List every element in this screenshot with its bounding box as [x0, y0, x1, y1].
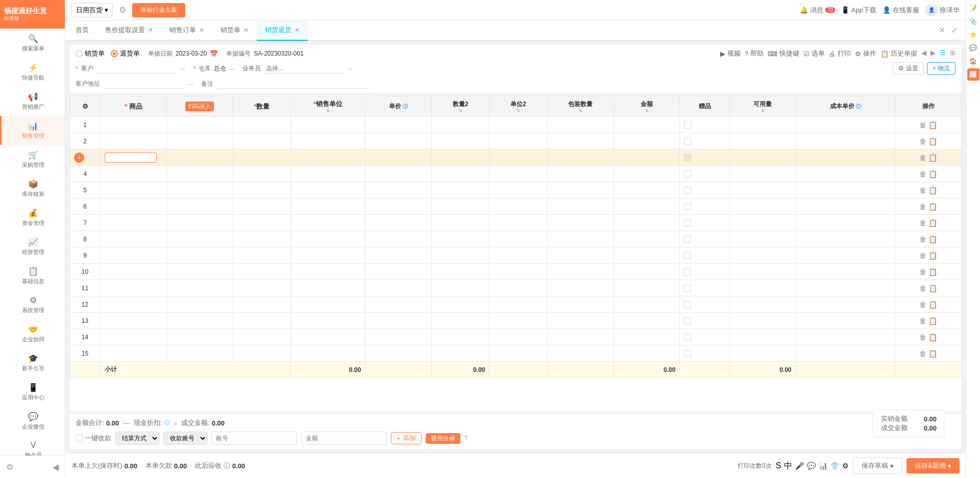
topbar-gear-icon[interactable]: ⚙ [117, 3, 128, 17]
gift-checkbox[interactable] [684, 170, 691, 178]
price-cell[interactable] [365, 133, 432, 149]
product-cell[interactable] [101, 117, 167, 133]
grid-view-icon[interactable]: ⊞ [950, 49, 955, 58]
copy-row-icon[interactable]: 📋 [928, 284, 937, 292]
copy-row-icon[interactable]: 📋 [928, 268, 937, 276]
sidebar-item-shortcuts[interactable]: ⚡ 快捷导航 [0, 58, 65, 87]
gift-checkbox[interactable] [684, 219, 691, 227]
delete-row-icon[interactable]: 🗑 [919, 203, 926, 211]
delete-row-icon[interactable]: 🗑 [919, 154, 926, 162]
tab-close-icon[interactable]: ✕ [199, 27, 204, 33]
gift-checkbox[interactable] [684, 285, 691, 292]
gift-checkbox[interactable] [684, 154, 691, 161]
gift-checkbox[interactable] [684, 121, 691, 129]
staff-dots[interactable]: ··· [348, 65, 353, 72]
delete-row-icon[interactable]: 🗑 [919, 186, 926, 194]
product-cell[interactable] [101, 231, 167, 247]
amount-cell[interactable] [614, 117, 680, 133]
sidebar-item-purchase[interactable]: 🛒 采购管理 [0, 145, 65, 174]
copy-row-icon[interactable]: 📋 [928, 235, 937, 243]
list-view-icon[interactable]: ☰ [940, 49, 946, 58]
fee-help-icon[interactable]: ? [464, 435, 468, 442]
amount-input[interactable] [301, 432, 387, 445]
sidebar-collapse-btn[interactable]: ◀ [51, 460, 61, 474]
sidebar-item-search[interactable]: 🔍 搜索菜单 [0, 29, 65, 58]
address-input[interactable] [103, 79, 185, 89]
sidebar-item-inventory[interactable]: 📦 库存核算 [0, 174, 65, 203]
sidebar-item-operations[interactable]: 📈 经营管理 [0, 232, 65, 261]
qty-cell[interactable] [233, 133, 291, 149]
unit-cell[interactable] [291, 149, 365, 166]
right-panel-btn-4[interactable]: 💬 [967, 42, 979, 54]
delete-row-icon[interactable]: 🗑 [919, 333, 926, 341]
message-btn[interactable]: 🔔 消息 70 [800, 6, 835, 15]
tab-sales[interactable]: 销货单 ✕ [212, 20, 257, 41]
prev-record-icon[interactable]: ◀ [921, 49, 926, 58]
address-dots[interactable]: ··· [188, 81, 193, 88]
logistics-btn[interactable]: + 物流 [927, 62, 955, 75]
copy-row-icon[interactable]: 📋 [928, 170, 937, 178]
delete-row-icon[interactable]: 🗑 [919, 219, 926, 227]
tab-close-icon[interactable]: ✕ [243, 27, 249, 33]
right-panel-btn-6[interactable]: ⬜ [967, 68, 979, 81]
gift-checkbox[interactable] [684, 252, 691, 259]
product-cell-active[interactable] [101, 149, 167, 166]
radio-sales[interactable]: 销货单 [76, 49, 105, 58]
experience-btn[interactable]: 体验行业方案 [132, 3, 185, 17]
right-panel-btn-5[interactable]: 🏠 [967, 55, 979, 67]
copy-row-icon[interactable]: 📋 [928, 154, 937, 162]
unit2-cell[interactable] [489, 133, 548, 149]
price-cell[interactable] [365, 117, 432, 133]
fee-split-btn[interactable]: 费用分摊 [426, 433, 460, 444]
qty2-cell[interactable] [431, 149, 489, 166]
print-btn[interactable]: 🖨 打印 [829, 49, 851, 58]
sidebar-item-finance[interactable]: 💰 资金管理 [0, 203, 65, 232]
product-cell[interactable] [101, 166, 167, 182]
delete-row-icon[interactable]: 🗑 [919, 170, 926, 178]
copy-row-icon[interactable]: 📋 [928, 219, 937, 227]
calendar-icon[interactable]: 📅 [210, 50, 218, 58]
delete-row-icon[interactable]: 🗑 [919, 268, 926, 276]
maximize-icon[interactable]: ⤢ [949, 24, 960, 36]
account-input[interactable] [211, 432, 297, 445]
warehouse-dots[interactable]: ··· [229, 65, 234, 72]
sidebar-item-wechat[interactable]: 💬 企业微信 [0, 407, 65, 436]
gift-checkbox[interactable] [684, 301, 691, 308]
product-cell[interactable] [101, 198, 167, 215]
account-select[interactable]: 收款账号 [163, 432, 207, 445]
qty-cell[interactable] [233, 149, 291, 166]
sidebar-item-marketing[interactable]: 📢 营销推广 [0, 87, 65, 116]
qty2-cell[interactable] [431, 133, 489, 149]
unit2-cell[interactable] [489, 149, 548, 166]
operations-btn[interactable]: ⚙ 操作 [855, 49, 876, 58]
select-btn[interactable]: ☑ 选单 [803, 49, 825, 58]
pkg-qty-cell[interactable] [547, 117, 614, 133]
copy-row-icon[interactable]: 📋 [928, 186, 937, 194]
close-tab-icon[interactable]: ✕ [937, 24, 947, 36]
gift-checkbox[interactable] [684, 350, 691, 357]
sidebar-item-basics[interactable]: 📋 基础信息 [0, 261, 65, 290]
sidebar-item-enterprise[interactable]: 🤝 企业协同 [0, 319, 65, 348]
amount-cell[interactable] [614, 149, 680, 166]
gift-checkbox[interactable] [684, 138, 691, 145]
tab-sales-return[interactable]: 销货退货 ✕ [257, 20, 308, 41]
product-cell[interactable] [101, 345, 167, 362]
right-panel-btn-1[interactable]: 📝 [967, 2, 979, 14]
product-cell[interactable] [101, 280, 167, 296]
sidebar-item-sales[interactable]: 📊 销售管理 [0, 116, 65, 145]
delete-row-icon[interactable]: 🗑 [919, 137, 926, 145]
app-download-btn[interactable]: 📱 App下载 [841, 6, 876, 15]
video-btn[interactable]: ▶ 视频 [720, 49, 741, 58]
delete-row-icon[interactable]: 🗑 [919, 317, 926, 325]
right-panel-btn-3[interactable]: ⭐ [967, 29, 979, 41]
sidebar-item-vip[interactable]: V 畅会员 [0, 436, 65, 456]
unit2-cell[interactable] [489, 117, 548, 133]
settings-icon[interactable]: ⚙ [82, 103, 88, 110]
delete-row-icon[interactable]: 🗑 [919, 300, 926, 309]
product-cell[interactable] [101, 215, 167, 231]
delete-row-icon[interactable]: 🗑 [919, 349, 926, 358]
pkg-qty-cell[interactable] [547, 149, 614, 166]
save-new-btn[interactable]: 保存&新增 ▾ [906, 458, 960, 473]
product-cell[interactable] [101, 182, 167, 198]
shortcut-btn[interactable]: ⌨ 快捷键 [768, 49, 799, 58]
